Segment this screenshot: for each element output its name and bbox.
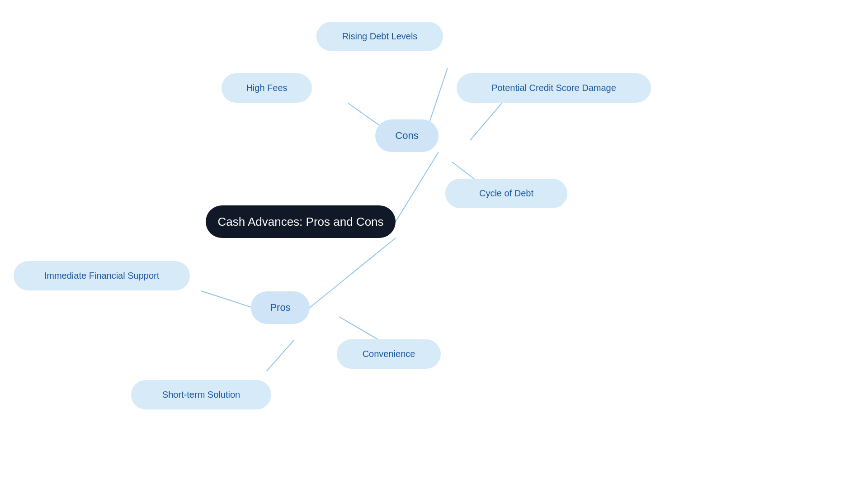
credit-damage-node: Potential Credit Score Damage <box>457 73 651 103</box>
cycle-debt-node: Cycle of Debt <box>445 179 567 208</box>
convenience-node: Convenience <box>337 339 441 369</box>
immediate-support-node: Immediate Financial Support <box>14 261 190 290</box>
pros-branch-node: Pros <box>251 291 310 324</box>
svg-line-0 <box>396 152 439 222</box>
rising-debt-node: Rising Debt Levels <box>316 22 443 51</box>
central-node: Cash Advances: Pros and Cons <box>206 205 396 238</box>
cons-branch-node: Cons <box>375 119 439 152</box>
svg-line-8 <box>267 340 294 371</box>
short-term-node: Short-term Solution <box>131 380 271 409</box>
high-fees-node: High Fees <box>222 73 312 103</box>
svg-line-1 <box>310 238 396 308</box>
svg-line-4 <box>470 103 502 140</box>
